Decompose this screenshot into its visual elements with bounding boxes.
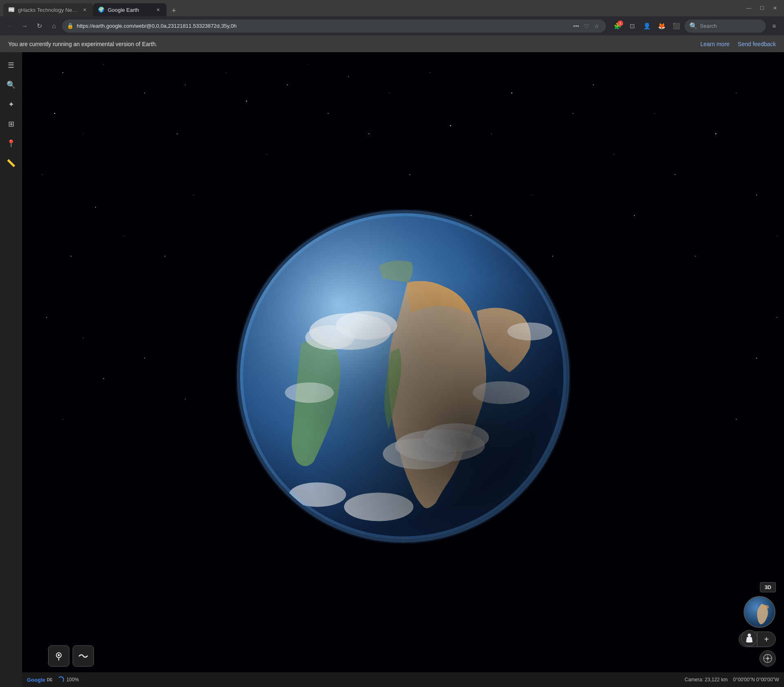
pegman-icon xyxy=(745,633,753,643)
map-controls: 3D xyxy=(739,582,776,667)
svg-point-37 xyxy=(573,113,573,114)
send-feedback-link[interactable]: Send feedback xyxy=(738,41,776,47)
svg-point-28 xyxy=(103,378,104,379)
more-button[interactable]: ••• xyxy=(571,22,581,30)
address-text: https://earth.google.com/web/@0,0,0a,231… xyxy=(77,23,568,29)
reload-button[interactable]: ↻ xyxy=(33,20,46,33)
svg-point-81 xyxy=(766,657,769,660)
svg-point-50 xyxy=(756,358,757,359)
camera-distance: 23,122 km xyxy=(705,677,728,683)
svg-point-42 xyxy=(675,174,675,175)
compass-icon xyxy=(763,654,772,663)
svg-point-22 xyxy=(389,93,389,93)
toolbar: ← → ↻ ⌂ 🔒 https://earth.google.com/web/@… xyxy=(0,16,784,36)
search-icon: 🔍 xyxy=(689,22,697,30)
forward-button[interactable]: → xyxy=(18,20,31,33)
bottom-left-controls xyxy=(48,645,94,667)
profile-icon: 👤 xyxy=(643,22,651,30)
sidebar-item-measure[interactable]: 📏 xyxy=(3,155,19,171)
sidebar-item-places[interactable]: 📍 xyxy=(3,135,19,152)
address-actions: ••• ♡ ☆ xyxy=(571,22,601,30)
bookmark-button[interactable]: ♡ xyxy=(582,22,591,30)
svg-point-26 xyxy=(46,317,47,318)
extensions-button[interactable]: 🧩 1 xyxy=(611,20,624,33)
earth-viewport[interactable]: 3D xyxy=(22,52,784,687)
back-button[interactable]: ← xyxy=(3,20,16,33)
menu-button[interactable]: ≡ xyxy=(768,20,781,33)
mode-3d-button[interactable]: 3D xyxy=(760,582,776,592)
svg-point-2 xyxy=(103,64,104,65)
tab-ghacks[interactable]: 📰 gHacks Technology News ✕ xyxy=(3,3,93,16)
earth-tab-title: Google Earth xyxy=(108,7,151,13)
address-bar[interactable]: 🔒 https://earth.google.com/web/@0,0,0a,2… xyxy=(62,20,606,33)
svg-point-43 xyxy=(695,256,696,257)
svg-point-15 xyxy=(246,101,247,102)
ghacks-tab-close[interactable]: ✕ xyxy=(81,6,88,13)
sidebar-toggle-button[interactable]: ⊡ xyxy=(626,20,639,33)
tab-google-earth[interactable]: 🌍 Google Earth ✕ xyxy=(93,3,167,16)
search-box[interactable]: 🔍 xyxy=(684,20,766,33)
svg-point-52 xyxy=(736,419,737,420)
globe[interactable] xyxy=(236,209,571,543)
route-tool-button[interactable] xyxy=(73,645,94,667)
sidebar-item-projects[interactable]: ⊞ xyxy=(3,116,19,132)
google-logo: Google DE xyxy=(27,677,53,683)
svg-point-40 xyxy=(634,215,635,216)
svg-point-24 xyxy=(430,72,431,73)
svg-point-23 xyxy=(409,174,410,175)
tab-bar: 📰 gHacks Technology News ✕ 🌍 Google Eart… xyxy=(3,0,180,16)
minimize-button[interactable]: — xyxy=(743,2,755,14)
svg-point-33 xyxy=(491,133,492,134)
compass-button[interactable] xyxy=(760,650,776,667)
home-button[interactable]: ⌂ xyxy=(47,20,60,33)
star-button[interactable]: ☆ xyxy=(593,22,601,30)
close-button[interactable]: ✕ xyxy=(769,2,781,14)
camera-info: Camera: 23,122 km 0°00'00"N 0°00'00"W xyxy=(684,677,779,683)
sidebar-item-search[interactable]: 🔍 xyxy=(3,77,19,93)
addon2-button[interactable]: ⬛ xyxy=(670,20,683,33)
svg-point-1 xyxy=(62,72,63,73)
sidebar-item-voyager[interactable]: ✦ xyxy=(3,96,19,113)
pin-tool-button[interactable] xyxy=(48,645,69,667)
zoom-in-button[interactable]: + xyxy=(757,632,775,647)
menu-icon: ≡ xyxy=(773,22,776,29)
sidebar-item-menu[interactable]: ☰ xyxy=(3,57,19,73)
security-icon: 🔒 xyxy=(67,23,73,29)
learn-more-link[interactable]: Learn more xyxy=(700,41,730,47)
new-tab-button[interactable]: + xyxy=(168,5,180,16)
addon-button[interactable]: 🦊 xyxy=(655,20,668,33)
svg-point-10 xyxy=(185,84,186,85)
addon-icon: 🦊 xyxy=(658,22,666,30)
earth-tab-close[interactable]: ✕ xyxy=(154,6,162,13)
svg-point-41 xyxy=(654,113,655,113)
svg-point-49 xyxy=(777,317,777,318)
svg-point-77 xyxy=(762,605,769,609)
pegman-button[interactable] xyxy=(741,630,757,646)
notification-bar: You are currently running an experimenta… xyxy=(0,36,784,52)
maximize-button[interactable]: ☐ xyxy=(756,2,768,14)
google-suffix: DE xyxy=(47,678,53,682)
pin-icon xyxy=(54,652,63,660)
ghacks-favicon: 📰 xyxy=(8,7,15,13)
coordinates: 0°00'00"N 0°00'00"W xyxy=(733,677,779,683)
sidebar: ☰ 🔍 ✦ ⊞ 📍 📏 xyxy=(0,52,22,687)
svg-point-7 xyxy=(95,207,96,208)
svg-point-9 xyxy=(71,256,71,257)
svg-point-21 xyxy=(369,133,369,134)
svg-point-14 xyxy=(226,72,226,73)
svg-point-18 xyxy=(307,64,308,64)
mini-map[interactable] xyxy=(743,596,776,628)
svg-point-84 xyxy=(58,654,60,656)
svg-point-82 xyxy=(748,634,751,637)
search-input[interactable] xyxy=(700,23,768,29)
profile-button[interactable]: 👤 xyxy=(640,20,653,33)
svg-point-16 xyxy=(267,154,267,155)
svg-point-44 xyxy=(715,133,716,134)
svg-point-39 xyxy=(613,154,614,155)
svg-point-19 xyxy=(328,113,329,114)
svg-point-20 xyxy=(348,76,349,77)
extensions-badge: 1 xyxy=(617,20,623,26)
svg-point-30 xyxy=(144,358,145,359)
svg-point-47 xyxy=(777,235,777,236)
svg-point-38 xyxy=(593,84,594,85)
